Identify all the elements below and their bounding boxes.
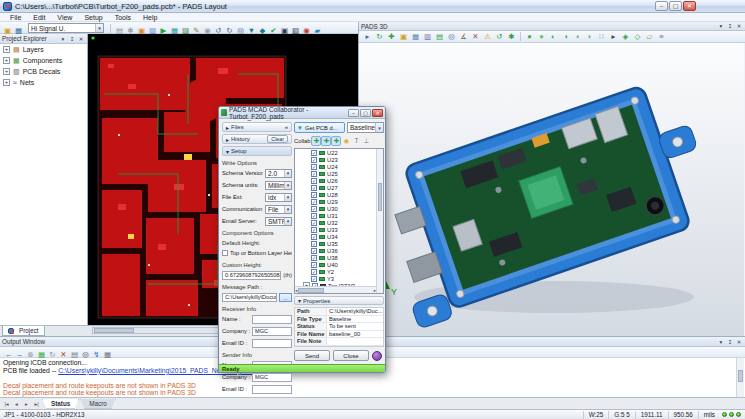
component-checkbox-icon[interactable]: ✓ [311,262,317,268]
chevron-down-icon[interactable]: ▾ [284,194,291,201]
component-checkbox-icon[interactable]: ✓ [311,150,317,156]
component-row[interactable]: ✓U24 [295,163,383,170]
restore-button[interactable]: ▢ [669,1,682,11]
baseline-combo[interactable]: Baseline ▾ [347,122,384,133]
tab-nav-next[interactable]: ▸ [22,401,31,407]
receiver-company-field[interactable]: MGC [252,327,292,336]
component-row[interactable]: ✓U28 [295,191,383,198]
comm-type-combo[interactable]: File ▾ [265,205,292,214]
scrollbar-thumb[interactable] [94,328,134,333]
component-checkbox-icon[interactable]: ✓ [311,199,317,205]
schema-version-combo[interactable]: 2.0 ▾ [265,169,292,178]
setup-pane-header[interactable]: ▾ Setup [222,146,292,156]
component-row[interactable]: ✓U27 [295,184,383,191]
component-checkbox-icon[interactable]: ✓ [311,241,317,247]
component-row[interactable]: ✓U34 [295,233,383,240]
sidebar-item-components[interactable]: + ▦ Components [0,55,87,66]
expand-icon[interactable]: + [3,46,10,53]
tree-vscrollbar[interactable] [376,149,383,293]
component-checkbox-icon[interactable]: ✓ [311,227,317,233]
component-row[interactable]: ✓U31 [295,212,383,219]
snapshot-icon[interactable]: ▥ [422,31,433,42]
front-view-icon[interactable]: ◐ [548,31,559,42]
component-row[interactable]: ✓U32 [295,219,383,226]
tab-macro[interactable]: Macro [80,399,116,409]
chevron-down-icon[interactable]: ▾ [717,22,725,30]
sidebar-item-pcb-decals[interactable]: + ▥ PCB Decals [0,66,87,77]
component-checkbox-icon[interactable]: ✓ [311,171,317,177]
sidebar-item-layers[interactable]: + ▤ Layers [0,44,87,55]
expand-icon[interactable]: + [3,79,10,86]
left-view-icon[interactable]: ◖ [572,31,583,42]
component-checkbox-icon[interactable]: ✓ [311,164,317,170]
component-checkbox-icon[interactable]: ✓ [311,185,317,191]
board-view-icon[interactable]: ▤ [434,31,445,42]
collapse-icon[interactable]: « [285,124,288,130]
pin-icon[interactable]: ↧ [68,35,76,43]
schema-units-combo[interactable]: Millimet... ▾ [265,181,292,190]
scrollbar-thumb[interactable] [738,370,743,382]
pan-view-icon[interactable]: ✚ [386,31,397,42]
component-row[interactable]: ✓U29 [295,198,383,205]
sender-email-field[interactable] [252,385,292,394]
component-row[interactable]: ✓U22 [295,149,383,156]
close-icon[interactable]: ✕ [735,338,743,346]
collision-warning-icon[interactable]: ⚠ [482,31,493,42]
settings-3d-icon[interactable]: ✱ [506,31,517,42]
close-icon[interactable]: ✕ [735,22,743,30]
component-checkbox-icon[interactable]: ✓ [311,178,317,184]
dialog-close-button[interactable]: ✕ [372,109,383,117]
component-row[interactable]: ✓Y2 [295,268,383,275]
layers-3d-icon[interactable]: ≡ [656,31,667,42]
sender-company-field[interactable]: MGC [252,373,292,382]
component-row[interactable]: ✓U25 [295,170,383,177]
component-row[interactable]: ✓U26 [295,177,383,184]
component-row[interactable]: ✓U23 [295,156,383,163]
tree-hscrollbar[interactable]: ◂ ▸ [295,286,376,293]
scrollbar-thumb[interactable] [298,288,324,293]
component-checkbox-icon[interactable]: ✓ [311,276,317,282]
component-checkbox-icon[interactable]: ✓ [311,157,317,163]
component-row[interactable]: ✓U36 [295,247,383,254]
chevron-down-icon[interactable]: ▾ [95,24,103,32]
add-proposal-icon[interactable]: ✚ [321,136,331,146]
back-view-icon[interactable]: ◑ [560,31,571,42]
history-pane-header[interactable]: ▸ History Clear [222,134,292,144]
bottom-view-icon[interactable]: ● [536,31,547,42]
dialog-minimize-button[interactable]: ‒ [348,109,359,117]
file-ext-combo[interactable]: idx ▾ [265,193,292,202]
browse-button[interactable]: ... [279,293,292,302]
show-bottom-icon[interactable]: ⊥ [361,136,371,146]
layer-combo[interactable]: Hi Signal U. ▾ [28,23,104,33]
close-button[interactable]: ✕ [683,1,696,11]
component-checkbox-icon[interactable]: ✓ [311,220,317,226]
add-update-icon[interactable]: ✚ [331,136,341,146]
rotate-view-icon[interactable]: ↻ [374,31,385,42]
tab-project[interactable]: Project [2,326,45,336]
component-row[interactable]: ✓U30 [295,205,383,212]
scroll-left-icon[interactable]: ◂ [295,288,297,293]
component-row[interactable]: ✓U33 [295,226,383,233]
export-3d-icon[interactable]: ▦ [410,31,421,42]
get-pcb-data-button[interactable]: ▼ Get PCB d... [294,122,345,133]
chevron-down-icon[interactable]: ▾ [284,170,291,177]
message-path-field[interactable]: C:\Users\ykilly\Document [222,293,277,302]
transparency-icon[interactable]: ◇ [632,31,643,42]
component-row[interactable]: ✓U38 [295,254,383,261]
zoom-3d-icon[interactable]: ◎ [446,31,457,42]
files-pane-header[interactable]: ▸ Files « [222,122,292,132]
component-checkbox-icon[interactable]: ✓ [311,192,317,198]
tab-nav-last[interactable]: ▸| [32,401,41,407]
show-top-icon[interactable]: T [351,135,361,145]
properties-header[interactable]: ▾ Properties [294,296,384,305]
expand-icon[interactable]: + [3,68,10,75]
component-checkbox-icon[interactable]: ✓ [311,234,317,240]
component-row[interactable]: ✓U40 [295,261,383,268]
dialog-titlebar[interactable]: PADS MCAD Collaborator - Turbot_F200_pad… [219,107,385,119]
tab-collab[interactable]: Collab [294,138,310,144]
pin-icon[interactable]: ↧ [726,338,734,346]
component-row[interactable]: ✓Y3 [295,275,383,282]
chevron-down-icon[interactable]: ▾ [717,338,725,346]
tab-nav-first[interactable]: |◂ [2,401,11,407]
minimize-button[interactable]: ‒ [655,1,668,11]
